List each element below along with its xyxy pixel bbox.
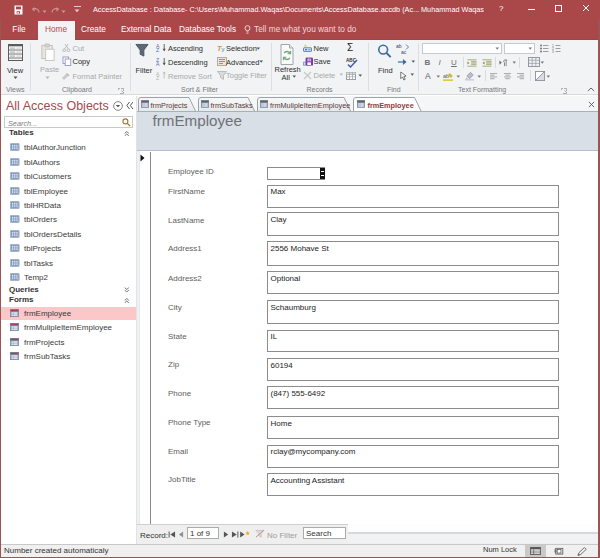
svg-text:Z: Z [156,47,159,52]
svg-text:A: A [156,62,160,67]
svg-text:Z: Z [156,75,159,80]
svg-text:ab: ab [443,73,449,79]
svg-text:3: 3 [552,49,554,52]
svg-text:y: y [222,46,225,52]
